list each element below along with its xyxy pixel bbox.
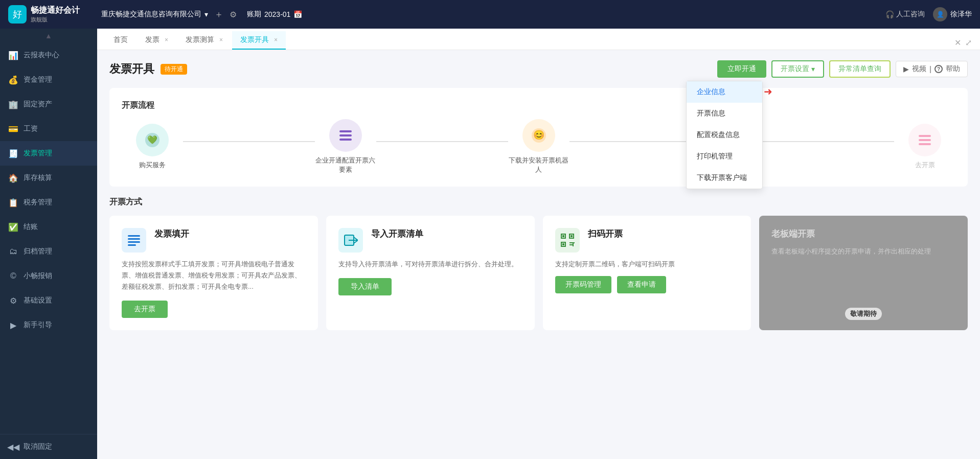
method-btn-scan-apply[interactable]: 查看申请 (617, 276, 666, 293)
settings-dropdown-menu: 企业信息 ➜ 开票信息 配置税盘信息 (686, 81, 763, 189)
flow-items: 💚 购买服务 企业开通配置开票六要素 (122, 119, 955, 174)
tab-invoice-close[interactable]: × (165, 36, 168, 43)
activate-button[interactable]: 立即开通 (717, 60, 766, 78)
flow-icon-install: 😊 (522, 119, 555, 152)
method-icon-area-manual: 发票填开 (122, 228, 306, 253)
svg-rect-4 (339, 139, 352, 141)
logo-text: 畅捷通好会计 (31, 5, 80, 16)
cloud-report-icon: 📊 (8, 50, 18, 60)
method-btn-scan-code[interactable]: 开票码管理 (555, 276, 611, 293)
settings-button-label: 开票设置 (781, 64, 809, 74)
unpin-icon: ◀◀ (8, 442, 18, 452)
global-settings-icon[interactable]: ⚙ (230, 10, 237, 19)
dropdown-label-invoice-info: 开票信息 (697, 109, 725, 117)
company-selector[interactable]: 重庆畅捷交通信息咨询有限公司 ▾ (101, 10, 208, 19)
add-tab-button[interactable]: ＋ (214, 8, 223, 20)
abnormal-list-button[interactable]: 异常清单查询 (829, 60, 891, 78)
help-divider: | (929, 65, 931, 73)
user-menu[interactable]: 👤 徐泽华 (933, 7, 972, 21)
archive-icon: 🗂 (8, 246, 18, 257)
dropdown-item-tax-config[interactable]: 配置税盘信息 (687, 124, 762, 146)
sidebar-label-cloud-report: 云报表中心 (24, 51, 59, 60)
tab-bar-actions: ✕ ⤢ (954, 38, 972, 50)
tab-invoice-calc[interactable]: 发票测算 × (177, 31, 231, 50)
tab-invoice-label: 发票 (145, 35, 159, 44)
dropdown-item-download-client[interactable]: 下载开票客户端 (687, 167, 762, 189)
help-button[interactable]: ▶ 视频 | ? 帮助 (896, 61, 968, 77)
svg-rect-12 (128, 235, 140, 237)
sidebar-item-archive[interactable]: 🗂 归档管理 (0, 239, 97, 264)
company-name: 重庆畅捷交通信息咨询有限公司 (101, 10, 201, 19)
dropdown-label-company-info: 企业信息 (697, 87, 725, 96)
method-desc-manual: 支持按照发票样式手工填开发票；可开具增值税电子普通发票、增值税普通发票、增值税专… (122, 259, 306, 292)
sidebar-label-asset: 固定资产 (24, 100, 52, 109)
settle-icon: ✅ (8, 222, 18, 232)
flow-item-buy-service: 💚 购买服务 (122, 124, 183, 170)
sidebar-item-unpin[interactable]: ◀◀ 取消固定 (0, 434, 97, 459)
sidebar-item-report[interactable]: © 小畅报销 (0, 264, 97, 288)
svg-rect-26 (569, 244, 573, 245)
method-card-scan: 扫码开票 支持定制开票二维码，客户端可扫码开票 开票码管理 查看申请 (543, 216, 751, 330)
tab-invoice-issue-label: 发票开具 (240, 35, 269, 44)
sidebar: ▲ 📊 云报表中心 💰 资金管理 🏢 固定资产 💳 工资 🧾 发票管理 (0, 29, 97, 459)
tab-close-button[interactable]: ✕ (954, 38, 961, 48)
sidebar-item-invoice[interactable]: 🧾 发票管理 (0, 141, 97, 166)
sidebar-item-fund[interactable]: 💰 资金管理 (0, 67, 97, 92)
calendar-icon[interactable]: 📅 (293, 10, 302, 18)
flow-section: 开票流程 💚 购买服务 (109, 88, 968, 187)
tab-invoice-calc-close[interactable]: × (219, 36, 223, 43)
svg-rect-21 (562, 235, 564, 237)
video-icon: ▶ (903, 65, 909, 73)
flow-icon-config (329, 119, 362, 152)
company-dropdown-icon[interactable]: ▾ (204, 10, 208, 18)
svg-rect-10 (919, 139, 931, 141)
svg-rect-23 (562, 243, 564, 245)
support-button[interactable]: 🎧 人工咨询 (885, 10, 925, 19)
sidebar-item-settings[interactable]: ⚙ 基础设置 (0, 288, 97, 313)
dropdown-item-printer[interactable]: 打印机管理 (687, 146, 762, 167)
support-label: 人工咨询 (896, 10, 925, 19)
method-title-scan: 扫码开票 (588, 228, 623, 240)
method-title-manual: 发票填开 (154, 228, 189, 240)
red-arrow-icon: ➜ (764, 85, 772, 98)
sidebar-item-settle[interactable]: ✅ 结账 (0, 215, 97, 239)
headset-icon: 🎧 (885, 10, 894, 18)
sidebar-item-asset[interactable]: 🏢 固定资产 (0, 92, 97, 117)
dropdown-item-company-info[interactable]: 企业信息 ➜ (687, 81, 762, 103)
methods-section: 开票方式 发票填开 支持按照发票样式手工填开发票；可开具增值税电子普通发票、增值… (109, 197, 968, 330)
dropdown-item-invoice-info[interactable]: 开票信息 (687, 103, 762, 124)
page-title-area: 发票开具 待开通 (109, 61, 187, 77)
video-label: 视频 (912, 64, 926, 74)
method-icon-scan (555, 228, 580, 253)
tab-invoice[interactable]: 发票 × (137, 31, 176, 50)
method-btn-import[interactable]: 导入清单 (338, 278, 392, 295)
method-icon-area-scan: 扫码开票 (555, 228, 739, 253)
tab-invoice-issue[interactable]: 发票开具 × (232, 31, 286, 50)
tab-invoice-issue-close[interactable]: × (274, 36, 278, 43)
period-label: 账期 (247, 10, 261, 19)
sidebar-item-tax[interactable]: 📋 税务管理 (0, 190, 97, 215)
sidebar-item-guide[interactable]: ▶ 新手引导 (0, 313, 97, 337)
invoice-icon: 🧾 (8, 148, 18, 158)
sidebar-item-salary[interactable]: 💳 工资 (0, 117, 97, 141)
sidebar-item-cloud-report[interactable]: 📊 云报表中心 (0, 43, 97, 67)
inventory-icon: 🏠 (8, 173, 18, 183)
period-value: 2023-01 (264, 10, 290, 18)
tab-maximize-button[interactable]: ⤢ (965, 38, 972, 48)
method-desc-import: 支持导入待开票清单，可对待开票清单进行拆分、合并处理。 (338, 259, 522, 270)
flow-item-install: 😊 下载并安装开票机器人 (508, 119, 569, 174)
tax-icon: 📋 (8, 197, 18, 208)
tab-home[interactable]: 首页 (105, 31, 136, 50)
settings-button[interactable]: 开票设置 ▾ (771, 60, 824, 78)
sidebar-scroll-up[interactable]: ▲ (0, 29, 97, 43)
sidebar-label-settle: 结账 (24, 222, 38, 232)
flow-connector-2 (376, 141, 508, 142)
method-card-boss: 老板端开票 查看老板端小程序提交的开票申请，并作出相应的处理 敬请期待 (759, 216, 968, 330)
dropdown-label-tax-config: 配置税盘信息 (697, 130, 740, 139)
sidebar-item-inventory[interactable]: 🏠 库存核算 (0, 166, 97, 190)
help-label: 帮助 (946, 64, 960, 74)
flow-connector-4 (762, 141, 894, 142)
method-btn-manual[interactable]: 去开票 (122, 301, 168, 318)
settings-dropdown-container: 开票设置 ▾ 企业信息 ➜ (771, 60, 824, 78)
top-bar-right: 🎧 人工咨询 👤 徐泽华 (885, 7, 972, 21)
